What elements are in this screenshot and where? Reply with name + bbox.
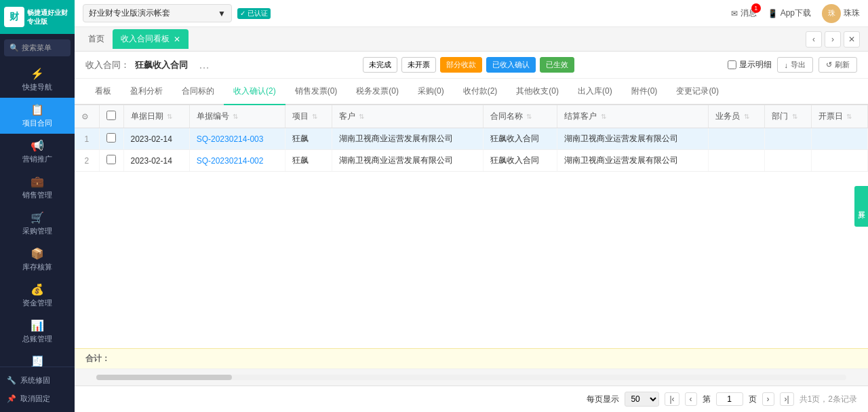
th-customer: 客户 ⇅ bbox=[332, 105, 483, 128]
tab-purchase[interactable]: 采购(0) bbox=[408, 79, 454, 105]
right-float-button[interactable]: 展开 bbox=[854, 186, 868, 227]
th-date: 单据日期 ⇅ bbox=[123, 105, 189, 128]
refresh-button[interactable]: ↺ 刷新 bbox=[818, 57, 857, 73]
sort-salesperson-icon[interactable]: ⇅ bbox=[744, 113, 749, 120]
row-code-link-2[interactable]: SQ-20230214-002 bbox=[197, 156, 264, 166]
sidebar-search[interactable]: 🔍 搜索菜单 bbox=[0, 34, 75, 62]
sort-dept-icon[interactable]: ⇅ bbox=[792, 113, 797, 120]
page-label-prefix: 第 bbox=[703, 394, 711, 405]
close-tab-button[interactable]: ✕ bbox=[174, 35, 180, 44]
status-btn-effective[interactable]: 已生效 bbox=[540, 57, 574, 73]
th-code: 单据编号 ⇅ bbox=[189, 105, 285, 128]
row-code-1: SQ-20230214-003 bbox=[189, 128, 285, 150]
sort-customer-icon[interactable]: ⇅ bbox=[359, 113, 364, 120]
message-button[interactable]: ✉ 1 消息 bbox=[731, 7, 757, 19]
table-row[interactable]: 1 2023-02-14 SQ-20230214-003 狂飙 湖南卫视商业运营… bbox=[75, 128, 868, 150]
wrench-icon: 🔧 bbox=[7, 376, 16, 385]
tab-other-income[interactable]: 其他收支(0) bbox=[507, 79, 568, 105]
th-checkbox bbox=[99, 105, 123, 128]
row-date-1: 2023-02-14 bbox=[123, 128, 189, 150]
more-actions-button[interactable]: … bbox=[199, 59, 210, 71]
sort-code-icon[interactable]: ⇅ bbox=[233, 113, 238, 120]
th-department: 部门 ⇅ bbox=[765, 105, 812, 128]
sort-project-icon[interactable]: ⇅ bbox=[312, 113, 317, 120]
page-next-button[interactable]: › bbox=[762, 392, 774, 406]
sort-invoice-date-icon[interactable]: ⇅ bbox=[846, 113, 852, 120]
sidebar-bottom-system[interactable]: 🔧 系统修固 bbox=[0, 371, 75, 390]
briefcase-icon: 💼 bbox=[31, 175, 44, 188]
page-input[interactable] bbox=[716, 392, 743, 406]
show-detail-checkbox[interactable]: 显示明细 bbox=[728, 59, 772, 71]
tab-board[interactable]: 看板 bbox=[85, 79, 121, 105]
logo-text: 畅捷通好业财 专业版 bbox=[27, 8, 68, 26]
status-btn-incomplete[interactable]: 未完成 bbox=[363, 57, 397, 73]
tab-tax-invoice[interactable]: 税务发票(0) bbox=[347, 79, 408, 105]
page-last-button[interactable]: ›| bbox=[780, 392, 794, 406]
tab-next-button[interactable]: › bbox=[825, 31, 841, 48]
sidebar-item-sales[interactable]: 💼 销售管理 bbox=[0, 170, 75, 206]
export-button[interactable]: ↓ 导出 bbox=[777, 57, 814, 73]
logo-icon: 财 bbox=[4, 7, 24, 27]
sidebar-item-purchase[interactable]: 🛒 采购管理 bbox=[0, 206, 75, 242]
export-icon: ↓ bbox=[785, 61, 789, 69]
company-selector[interactable]: 好业财专业版演示帐套 ▼ bbox=[83, 4, 232, 22]
sidebar-item-marketing[interactable]: 📢 营销推广 bbox=[0, 134, 75, 170]
chart-icon: 📊 bbox=[31, 319, 44, 332]
sidebar-item-inventory[interactable]: 📦 库存核算 bbox=[0, 242, 75, 278]
status-btn-uninvoiced[interactable]: 未开票 bbox=[401, 57, 436, 73]
page-prev-button[interactable]: ‹ bbox=[685, 392, 697, 406]
app-download-button[interactable]: 📱 App下载 bbox=[768, 7, 811, 19]
receipt-icon: 🧾 bbox=[31, 355, 44, 367]
scrollbar-thumb[interactable] bbox=[96, 375, 232, 380]
horizontal-scrollbar[interactable] bbox=[75, 369, 868, 386]
contract-tabs: 看板 盈利分析 合同标的 收入确认(2) 销售发票(0) 税务发票(0) 采购(… bbox=[75, 79, 868, 105]
tab-sales-invoice[interactable]: 销售发票(0) bbox=[285, 79, 347, 105]
tab-warehouse[interactable]: 出入库(0) bbox=[568, 79, 622, 105]
tab-revenue-confirm[interactable]: 收入确认(2) bbox=[224, 79, 285, 105]
sort-date-icon[interactable]: ⇅ bbox=[167, 113, 172, 120]
box-icon: 📦 bbox=[31, 247, 44, 260]
tab-prev-button[interactable]: ‹ bbox=[806, 31, 822, 48]
sidebar-item-project-contract[interactable]: 📋 项目合同 bbox=[0, 98, 75, 134]
per-page-label: 每页显示 bbox=[587, 394, 619, 405]
table-row[interactable]: 2 2023-02-14 SQ-20230214-002 狂飙 湖南卫视商业运营… bbox=[75, 150, 868, 172]
clipboard-icon: 📋 bbox=[31, 103, 44, 116]
data-table: ⚙ 单据日期 ⇅ 单据编号 ⇅ bbox=[75, 105, 868, 172]
tab-profit[interactable]: 盈利分析 bbox=[121, 79, 172, 105]
tab-close-button[interactable]: ✕ bbox=[844, 31, 860, 48]
row-customer-1: 湖南卫视商业运营发展有限公司 bbox=[332, 128, 483, 150]
row-project-1: 狂飙 bbox=[285, 128, 332, 150]
tab-attachments[interactable]: 附件(0) bbox=[622, 79, 667, 105]
status-btn-confirmed[interactable]: 已收入确认 bbox=[486, 57, 536, 73]
sort-contract-icon[interactable]: ⇅ bbox=[526, 113, 532, 120]
per-page-select[interactable]: 50 20 100 bbox=[625, 392, 659, 407]
sidebar: 财 畅捷通好业财 专业版 🔍 搜索菜单 ⚡ 快捷导航 📋 项目合同 📢 营销推广… bbox=[0, 0, 75, 412]
tab-change-log[interactable]: 变更记录(0) bbox=[667, 79, 728, 105]
message-icon: ✉ bbox=[731, 9, 738, 18]
tab-payment[interactable]: 收付款(2) bbox=[454, 79, 507, 105]
sort-settlement-icon[interactable]: ⇅ bbox=[601, 113, 606, 120]
tab-contract-items[interactable]: 合同标的 bbox=[172, 79, 224, 105]
row-1-checkbox[interactable] bbox=[106, 133, 116, 143]
page-first-button[interactable]: |‹ bbox=[665, 392, 679, 406]
settings-icon[interactable]: ⚙ bbox=[81, 112, 89, 121]
row-num-1: 1 bbox=[75, 128, 99, 150]
sidebar-item-invoice-mgmt[interactable]: 🧾 发票管理 bbox=[0, 350, 75, 367]
sidebar-bottom-unpin[interactable]: 📌 取消固定 bbox=[0, 390, 75, 408]
sidebar-item-quick-nav[interactable]: ⚡ 快捷导航 bbox=[0, 62, 75, 98]
tab-home[interactable]: 首页 bbox=[83, 33, 110, 45]
row-contract-2: 狂飙收入合同 bbox=[483, 150, 557, 172]
select-all-checkbox[interactable] bbox=[106, 111, 116, 120]
search-menu-button[interactable]: 🔍 搜索菜单 bbox=[4, 39, 71, 56]
row-code-link-1[interactable]: SQ-20230214-003 bbox=[197, 134, 264, 144]
row-2-checkbox[interactable] bbox=[106, 155, 116, 164]
sidebar-item-fund[interactable]: 💰 资金管理 bbox=[0, 278, 75, 314]
user-menu[interactable]: 珠 珠珠 bbox=[822, 4, 860, 23]
header-actions: 显示明细 ↓ 导出 ↺ 刷新 bbox=[728, 57, 858, 73]
tab-contract-board[interactable]: 收入合同看板 ✕ bbox=[113, 29, 189, 49]
sidebar-item-general-ledger[interactable]: 📊 总账管理 bbox=[0, 314, 75, 350]
detail-checkbox-input[interactable] bbox=[728, 60, 736, 69]
row-date-2: 2023-02-14 bbox=[123, 150, 189, 172]
row-customer-2: 湖南卫视商业运营发展有限公司 bbox=[332, 150, 483, 172]
status-btn-partial-payment[interactable]: 部分收款 bbox=[440, 57, 482, 73]
